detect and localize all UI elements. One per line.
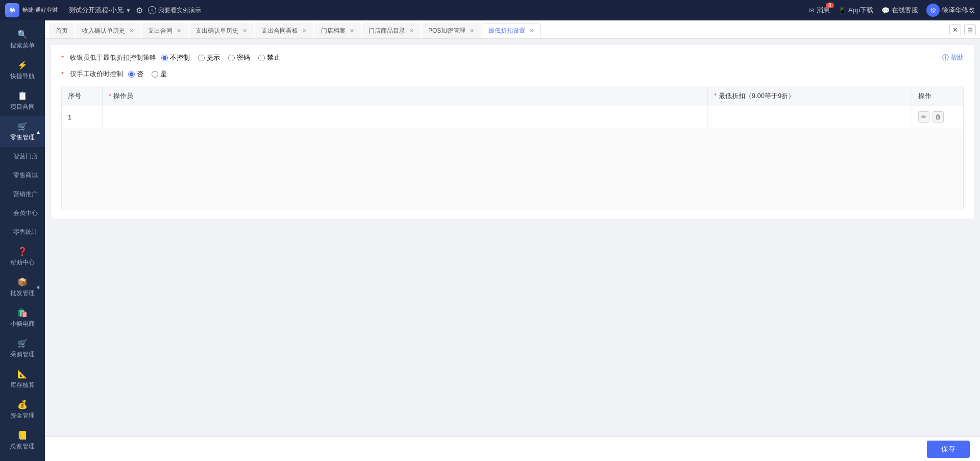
th-operator: * 操作员: [103, 86, 708, 106]
online-service-label: 在线客服: [892, 6, 918, 15]
tabbar: 首页 收入确认单历史 ✕ 支出合同 ✕ 支出确认单历史 ✕ 支出合同看板 ✕: [45, 20, 980, 39]
demo-button[interactable]: ○ 我要看实例演示: [148, 6, 201, 15]
tab-home[interactable]: 首页: [49, 23, 75, 38]
radio-no-control[interactable]: 不控制: [161, 53, 190, 62]
th-min-discount: * 最低折扣（9.00等于9折）: [708, 86, 912, 106]
chevron-down-icon: ▼: [126, 8, 131, 13]
sidebar-label-project-contract: 项目合同: [10, 103, 35, 111]
settings-icon[interactable]: ⚙: [136, 6, 143, 15]
sidebar-item-retail-stats[interactable]: 零售统计: [0, 223, 45, 241]
wholesale-icon: 📦: [17, 277, 28, 287]
tab-pos-password[interactable]: POS加密管理 ✕: [422, 23, 481, 38]
radio-forbid[interactable]: 禁止: [258, 53, 280, 62]
sidebar-label-marketing: 营销推广: [13, 190, 38, 199]
tab-actions: ✕ ⊞: [949, 25, 976, 38]
tab-store-products-close[interactable]: ✕: [409, 28, 414, 34]
chevron-down-icon: ▼: [36, 285, 41, 290]
sidebar-label-ecommerce: 小畅电商: [10, 320, 35, 328]
message-button[interactable]: ✉ 消息 8: [809, 6, 830, 15]
tab-min-discount[interactable]: 最低折扣设置 ✕: [482, 23, 541, 38]
sidebar-item-smart-store[interactable]: 智营门店: [0, 147, 45, 166]
help-link[interactable]: ⓘ 帮助: [942, 53, 964, 62]
tab-income-history[interactable]: 收入确认单历史 ✕: [76, 23, 140, 38]
tab-close-button[interactable]: ✕: [949, 25, 961, 35]
td-actions-1: ✏ 🗑: [912, 106, 963, 128]
app-logo: 畅 畅捷·通好业财: [5, 3, 58, 17]
radio-remind-input[interactable]: [198, 55, 205, 61]
sidebar-label-shortcut: 快捷导航: [10, 72, 35, 81]
radio-manual-no-label: 否: [137, 69, 143, 79]
demo-label: 我要看实例演示: [158, 6, 201, 15]
app-download-label: App下载: [848, 6, 873, 15]
ledger-icon: 📒: [17, 430, 28, 440]
radio-no-control-input[interactable]: [161, 55, 168, 61]
sidebar-item-help[interactable]: ❓ 帮助中心: [0, 241, 45, 272]
sidebar-item-project-contract[interactable]: 📋 项目合同: [0, 86, 45, 116]
tab-min-discount-label: 最低折扣设置: [488, 27, 525, 35]
tab-more-button[interactable]: ⊞: [964, 25, 976, 35]
radio-manual-no[interactable]: 否: [128, 69, 143, 79]
tab-home-label: 首页: [56, 27, 68, 35]
save-button[interactable]: 保存: [927, 441, 970, 458]
required-star-2: *: [61, 70, 64, 78]
radio-manual-yes[interactable]: 是: [152, 69, 167, 79]
sidebar-item-capital[interactable]: 💰 资金管理: [0, 395, 45, 425]
tab-payment-board-label: 支出合同看板: [261, 27, 298, 35]
radio-manual-yes-input[interactable]: [152, 71, 158, 78]
shortcut-icon: ⚡: [17, 60, 28, 70]
sidebar-item-inventory[interactable]: 📐 库存核算: [0, 364, 45, 395]
tab-payment-contract[interactable]: 支出合同 ✕: [141, 23, 188, 38]
sidebar-item-invoice[interactable]: 🧾 发票管理: [0, 456, 45, 461]
topbar-right: ✉ 消息 8 📱 App下载 💬 在线客服 徐 徐泽华修改: [809, 4, 975, 17]
radio-manual-no-input[interactable]: [128, 71, 135, 78]
tab-store-files[interactable]: 门店档案 ✕: [314, 23, 361, 38]
sidebar-item-search[interactable]: 🔍 搜索菜单: [0, 25, 45, 55]
app-download-button[interactable]: 📱 App下载: [838, 6, 873, 15]
sidebar-item-purchase[interactable]: 🛒 采购管理: [0, 333, 45, 364]
sidebar: 🔍 搜索菜单 ⚡ 快捷导航 📋 项目合同 🛒 零售管理 ▲ 智营门店 零售商城 …: [0, 20, 45, 461]
edit-row-button[interactable]: ✏: [918, 111, 929, 123]
sidebar-item-ecommerce[interactable]: 🛍️ 小畅电商: [0, 303, 45, 333]
project-name: 测试分开流程-小兄: [68, 6, 124, 15]
tab-payment-contract-close[interactable]: ✕: [177, 28, 181, 34]
table-header: 序号 * 操作员 * 最低折扣（9.00等于9折） 操作: [62, 86, 963, 106]
delete-row-button[interactable]: 🗑: [933, 111, 944, 123]
sidebar-item-marketing[interactable]: 营销推广: [0, 185, 45, 204]
logo-text: 畅捷·通好业财: [22, 7, 58, 13]
help-circle-icon: ⓘ: [942, 53, 949, 62]
sidebar-item-member-center[interactable]: 会员中心: [0, 204, 45, 223]
td-operator-1: [103, 106, 708, 128]
user-menu[interactable]: 徐 徐泽华修改: [926, 4, 975, 17]
radio-forbid-input[interactable]: [258, 55, 265, 61]
sidebar-item-retail-management[interactable]: 🛒 零售管理 ▲: [0, 116, 45, 147]
sidebar-item-shortcut[interactable]: ⚡ 快捷导航: [0, 55, 45, 86]
required-star-1: *: [61, 54, 64, 62]
tab-payment-board-close[interactable]: ✕: [302, 28, 307, 34]
tab-store-products[interactable]: 门店商品目录 ✕: [362, 23, 421, 38]
retail-icon: 🛒: [17, 122, 28, 131]
sidebar-item-wholesale[interactable]: 📦 批发管理 ▼: [0, 272, 45, 303]
radio-password-input[interactable]: [228, 55, 235, 61]
capital-icon: 💰: [17, 400, 28, 409]
sidebar-item-ledger[interactable]: 📒 总账管理: [0, 425, 45, 456]
th-seq: 序号: [62, 86, 103, 106]
tab-min-discount-close[interactable]: ✕: [529, 28, 534, 34]
radio-remind[interactable]: 提示: [198, 53, 220, 62]
sidebar-label-retail-stats: 零售统计: [13, 228, 38, 236]
search-icon: 🔍: [17, 30, 28, 39]
radio-password-label: 密码: [237, 53, 250, 62]
tab-payment-confirm-close[interactable]: ✕: [242, 28, 247, 34]
radio-password[interactable]: 密码: [228, 53, 250, 62]
tab-payment-confirm[interactable]: 支出确认单历史 ✕: [189, 23, 254, 38]
tab-store-files-close[interactable]: ✕: [350, 28, 354, 34]
tab-payment-board[interactable]: 支出合同看板 ✕: [255, 23, 313, 38]
discount-policy-label: 收银员低于最低折扣控制策略: [70, 53, 156, 62]
sidebar-item-retail-mall[interactable]: 零售商城: [0, 166, 45, 185]
main-layout: 🔍 搜索菜单 ⚡ 快捷导航 📋 项目合同 🛒 零售管理 ▲ 智营门店 零售商城 …: [0, 20, 980, 461]
project-selector[interactable]: 测试分开流程-小兄 ▼: [68, 6, 131, 15]
topbar: 畅 畅捷·通好业财 测试分开流程-小兄 ▼ ⚙ ○ 我要看实例演示 ✉ 消息 8…: [0, 0, 980, 20]
tab-income-history-close[interactable]: ✕: [129, 28, 134, 34]
online-service-button[interactable]: 💬 在线客服: [881, 6, 918, 15]
tab-pos-password-close[interactable]: ✕: [470, 28, 474, 34]
demo-circle-icon: ○: [148, 6, 156, 14]
